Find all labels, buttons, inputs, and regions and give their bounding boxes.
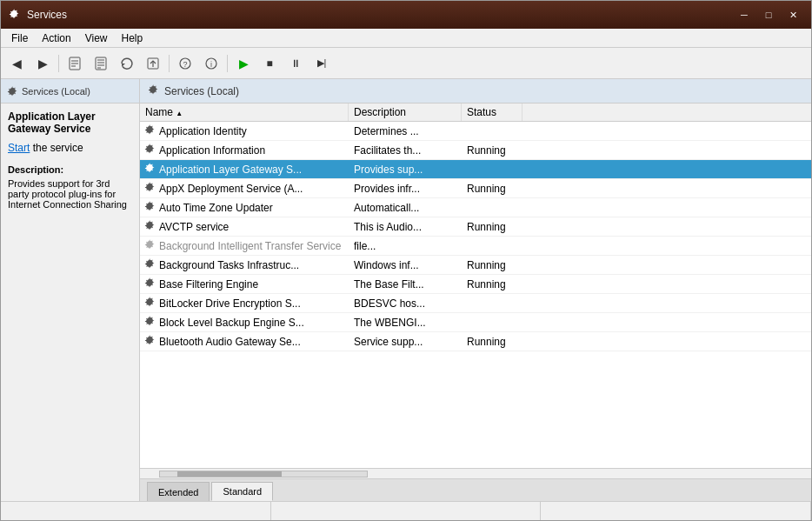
back-button[interactable]: ◀: [4, 52, 29, 75]
gear-icon: [143, 162, 156, 177]
start-link[interactable]: Start: [8, 142, 30, 154]
row-name-text: Application Layer Gateway S...: [159, 164, 302, 176]
status-segment-1: [1, 502, 271, 520]
row-status: [462, 130, 522, 133]
row-status: Running: [462, 143, 522, 158]
table-row[interactable]: Background Tasks Infrastruc...Windows in…: [140, 256, 811, 275]
row-status: Running: [462, 334, 522, 350]
description-text: Provides support for 3rd party protocol …: [8, 178, 132, 210]
row-name-text: Block Level Backup Engine S...: [159, 317, 304, 329]
close-button[interactable]: ✕: [782, 6, 804, 23]
row-description: Automaticall...: [349, 200, 462, 216]
table-row[interactable]: Application Layer Gateway S...Provides s…: [140, 160, 811, 179]
forward-button[interactable]: ▶: [30, 52, 55, 75]
table-row[interactable]: AVCTP serviceThis is Audio...Running: [140, 217, 811, 237]
row-status: [462, 302, 522, 305]
row-status: Running: [462, 277, 522, 292]
row-name-text: Base Filtering Engine: [159, 278, 258, 291]
row-name-cell: AppX Deployment Service (A...: [140, 179, 349, 197]
table-row[interactable]: BitLocker Drive Encryption S...BDESVC ho…: [140, 294, 811, 313]
row-description: Provides sup...: [349, 162, 462, 177]
row-name-cell: Base Filtering Engine: [140, 275, 349, 293]
header-status[interactable]: Status: [462, 104, 522, 121]
sidebar-header-text: Services (Local): [22, 86, 90, 97]
properties-button[interactable]: [63, 52, 87, 75]
row-status: Running: [462, 219, 522, 235]
table-row[interactable]: Auto Time Zone UpdaterAutomaticall...: [140, 198, 811, 217]
toolbar: ◀ ▶: [1, 48, 811, 79]
help-button[interactable]: ?: [173, 52, 197, 75]
menu-action[interactable]: Action: [35, 30, 77, 46]
row-description: The WBENGI...: [349, 315, 462, 331]
refresh-button[interactable]: [115, 52, 139, 75]
forward-icon: ▶: [38, 57, 48, 70]
tab-standard[interactable]: Standard: [211, 482, 273, 501]
gear-icon: [143, 219, 156, 234]
service-action: Start the service: [8, 142, 132, 154]
gear-icon: [143, 238, 156, 253]
toolbar-separator-1: [58, 55, 59, 72]
stop-icon: ■: [266, 57, 272, 70]
row-description: Provides infr...: [349, 181, 462, 197]
tab-extended[interactable]: Extended: [147, 482, 210, 501]
menu-bar: File Action View Help: [1, 29, 811, 48]
scrollbar-track[interactable]: [159, 471, 368, 478]
table-row[interactable]: AppX Deployment Service (A...Provides in…: [140, 179, 811, 198]
scrollbar-thumb[interactable]: [177, 471, 282, 477]
stop-button[interactable]: ■: [257, 52, 282, 75]
panel-header-text: Services (Local): [164, 85, 239, 97]
table-row[interactable]: Background Intelligent Transfer Servicef…: [140, 237, 811, 256]
status-bar: [1, 501, 811, 520]
row-name-cell: Bluetooth Audio Gateway Se...: [140, 332, 349, 351]
table-row[interactable]: Base Filtering EngineThe Base Filt...Run…: [140, 275, 811, 294]
row-name-text: Application Information: [159, 144, 265, 157]
row-name-cell: Block Level Backup Engine S...: [140, 313, 349, 331]
minimize-button[interactable]: ─: [733, 6, 755, 23]
row-name-cell: Background Intelligent Transfer Service: [140, 237, 349, 255]
restart-button[interactable]: ▶|: [309, 52, 334, 75]
status-segment-3: [541, 502, 811, 520]
row-description: Service supp...: [349, 334, 462, 350]
table-row[interactable]: Application InformationFacilitates th...…: [140, 141, 811, 160]
maximize-button[interactable]: □: [757, 6, 780, 23]
table-row[interactable]: Application IdentityDetermines ...: [140, 122, 811, 141]
service-description: Description: Provides support for 3rd pa…: [8, 164, 132, 210]
menu-help[interactable]: Help: [115, 30, 150, 46]
pause-icon: ⏸: [290, 57, 301, 70]
row-name-cell: Application Identity: [140, 122, 349, 140]
horizontal-scrollbar[interactable]: [140, 468, 811, 478]
row-status: [462, 206, 522, 210]
gear-icon: [143, 257, 156, 272]
sidebar: Services (Local) Application Layer Gatew…: [1, 79, 140, 501]
tab-bar: Extended Standard: [140, 478, 811, 501]
svg-text:?: ?: [183, 60, 187, 69]
row-name-cell: BitLocker Drive Encryption S...: [140, 294, 349, 312]
services-table[interactable]: Name ▲ Description Status Application Id…: [140, 104, 811, 468]
description-button[interactable]: [89, 52, 113, 75]
play-button[interactable]: ▶: [231, 52, 256, 75]
row-description: Facilitates th...: [349, 143, 462, 158]
row-name-text: Auto Time Zone Updater: [159, 202, 273, 214]
pause-button[interactable]: ⏸: [283, 52, 308, 75]
row-status: [462, 321, 522, 324]
row-status: [462, 244, 522, 248]
export-button[interactable]: [141, 52, 165, 75]
sidebar-header: Services (Local): [1, 79, 139, 104]
panel-header: Services (Local): [140, 79, 811, 104]
gear-icon: [143, 277, 156, 291]
header-name[interactable]: Name ▲: [140, 104, 349, 121]
menu-file[interactable]: File: [4, 30, 35, 46]
menu-view[interactable]: View: [78, 30, 115, 46]
row-name-text: Background Tasks Infrastruc...: [159, 259, 299, 271]
table-row[interactable]: Block Level Backup Engine S...The WBENGI…: [140, 313, 811, 332]
action-text: the service: [30, 142, 83, 154]
row-description: BDESVC hos...: [349, 296, 462, 311]
table-body: Application IdentityDetermines ... Appli…: [140, 122, 811, 351]
title-bar: Services ─ □ ✕: [1, 1, 811, 29]
row-description: Determines ...: [349, 124, 462, 139]
table-row[interactable]: Bluetooth Audio Gateway Se...Service sup…: [140, 332, 811, 351]
right-panel: Services (Local) Name ▲ Description Stat…: [140, 79, 811, 501]
about-button[interactable]: i: [199, 52, 223, 75]
header-description[interactable]: Description: [349, 104, 462, 121]
play-icon: ▶: [239, 57, 249, 70]
